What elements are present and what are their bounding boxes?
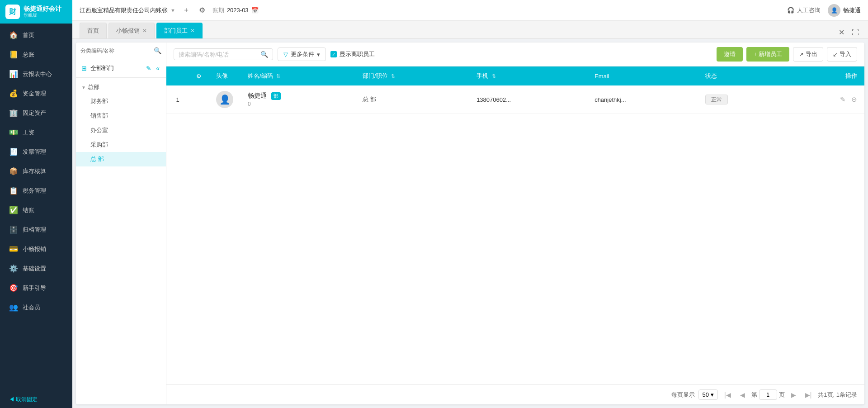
user-profile[interactable]: 👤 畅捷通 [828,4,861,17]
sidebar-item-guide[interactable]: 🎯 新手引导 [0,278,72,298]
add-employee-button[interactable]: + 新增员工 [746,47,789,62]
assets-icon: 🏢 [9,109,18,117]
period-label: 账期 [212,6,224,14]
first-page-button[interactable]: |◀ [722,390,734,399]
dept-search-icon[interactable]: 🔍 [154,47,161,54]
col-email: Email [587,66,698,85]
prev-page-button[interactable]: ◀ [737,390,748,399]
dept-head-badge: 部 [271,92,281,100]
page-size-select[interactable]: 50 ▾ [698,389,718,400]
sidebar-item-inventory[interactable]: 📦 库存核算 [0,161,72,181]
tab-expense[interactable]: 小畅报销 ✕ [108,23,155,38]
filter-button[interactable]: ▽ 更多条件 ▾ [278,47,326,61]
calendar-icon[interactable]: 📅 [251,7,259,14]
import-icon: ↙ [833,51,838,58]
dept-item-label: 财务部 [90,98,108,104]
sidebar-nav: 🏠 首页 📒 总账 📊 云报表中心 💰 资金管理 🏢 固定资产 💵 工资 🧾 发… [0,24,72,391]
unpin-label: ◀ 取消固定 [9,396,38,403]
show-resigned-checkbox[interactable] [330,51,337,57]
next-page-button[interactable]: ▶ [788,390,799,399]
sidebar-item-salary[interactable]: 💵 工资 [0,123,72,142]
dept-header: ⊞ 全部部门 ✎ « [76,59,166,78]
sidebar-item-ledger[interactable]: 📒 总账 [0,45,72,64]
logout-button[interactable]: ⊖ [851,95,857,104]
all-dept-label: 全部部门 [90,64,114,72]
sidebar-item-home[interactable]: 🏠 首页 [0,25,72,45]
col-name[interactable]: 姓名/编码 ⇅ [241,66,355,85]
sort-icon: ⇅ [276,73,280,79]
sort-icon: ⇅ [492,73,496,79]
company-dropdown-icon: ▼ [170,8,175,13]
sidebar-item-expense[interactable]: 💳 小畅报销 [0,239,72,259]
app-logo[interactable]: 财 畅捷通好会计 旗舰版 [0,0,72,24]
edit-button[interactable]: ✎ [840,95,846,104]
search-icon[interactable]: 🔍 [260,51,268,58]
dropdown-icon: ▾ [711,391,714,398]
main-content: 江西服宝精品有限责任公司内账张 ▼ ＋ ⚙ 账期 2023-03 📅 🎧 人工咨… [72,0,868,408]
sidebar-item-close[interactable]: ✅ 结账 [0,200,72,220]
row-phone: 138070602... [469,85,587,114]
sidebar-item-label: 小畅报销 [23,245,46,253]
page-size-value: 50 [703,391,709,398]
dept-edit-button[interactable]: ✎ [145,64,152,73]
col-settings[interactable]: ⚙ [189,66,209,85]
sidebar-item-assets[interactable]: 🏢 固定资产 [0,103,72,123]
headset-icon: 🎧 [787,7,794,14]
sidebar-item-archive[interactable]: 🗄️ 归档管理 [0,220,72,239]
tab-actions: ✕ ⛶ [837,26,861,38]
dept-group-header[interactable]: ▼ 总部 [76,81,166,94]
dept-item-label: 总 部 [90,156,104,162]
page-number-input[interactable] [759,389,777,400]
dept-search-input[interactable] [80,47,151,54]
company-selector[interactable]: 江西服宝精品有限责任公司内账张 ▼ [80,6,175,14]
dept-item-purchase[interactable]: 采购部 [76,138,166,152]
employee-search-input[interactable] [179,51,258,58]
dept-item-office[interactable]: 办公室 [76,123,166,138]
page-size-label: 每页显示 [671,391,695,399]
unpin-button[interactable]: ◀ 取消固定 [0,391,72,408]
avatar: 👤 [828,4,840,17]
tab-home[interactable]: 首页 [80,23,107,38]
sidebar-item-settings[interactable]: ⚙️ 基础设置 [0,259,72,278]
row-email: chanjethkj... [587,85,698,114]
tab-close-icon[interactable]: ✕ [142,28,147,34]
import-button[interactable]: ↙ 导入 [827,47,857,62]
service-button[interactable]: 🎧 人工咨询 [787,6,821,14]
sidebar-item-label: 基础设置 [23,265,46,273]
col-dept[interactable]: 部门/职位 ⇅ [355,66,469,85]
sidebar-item-label: 税务管理 [23,187,46,195]
dept-header-actions: ✎ « [145,64,160,73]
tab-close-window-button[interactable]: ✕ [837,26,846,38]
dept-item-label: 采购部 [90,141,108,148]
last-page-button[interactable]: ▶| [802,390,815,399]
sidebar-item-invoice[interactable]: 🧾 发票管理 [0,142,72,161]
sidebar-item-funds[interactable]: 💰 资金管理 [0,84,72,103]
sidebar-item-social[interactable]: 👥 社会员 [0,298,72,317]
toolbar: 🔍 ▽ 更多条件 ▾ 显示离职员工 邀请 + 新增员工 [166,43,864,66]
export-button[interactable]: ↗ 导出 [793,47,823,62]
tab-maximize-button[interactable]: ⛶ [850,27,861,38]
add-company-button[interactable]: ＋ [181,4,192,17]
page-content: 🔍 ⊞ 全部部门 ✎ « ▼ 总部 [76,43,864,404]
period-selector[interactable]: 账期 2023-03 📅 [212,6,259,14]
dept-item-sales[interactable]: 销售部 [76,109,166,123]
sidebar-item-label: 归档管理 [23,226,46,234]
invite-button[interactable]: 邀请 [717,47,743,62]
col-phone[interactable]: 手机 ⇅ [469,66,587,85]
dept-item-hq[interactable]: 总 部 [76,152,166,166]
company-settings-button[interactable]: ⚙ [197,4,207,16]
all-dept-label-group[interactable]: ⊞ 全部部门 [81,64,114,72]
tab-close-icon[interactable]: ✕ [190,28,195,34]
row-settings [189,85,209,114]
row-name-code: 畅捷通 部 0 [241,85,355,114]
employee-name: 畅捷通 [248,92,267,100]
dept-collapse-button[interactable]: « [155,64,160,73]
sidebar: 财 畅捷通好会计 旗舰版 🏠 首页 📒 总账 📊 云报表中心 💰 资金管理 🏢 … [0,0,72,408]
archive-icon: 🗄️ [9,225,18,234]
dept-item-finance[interactable]: 财务部 [76,94,166,109]
sidebar-item-tax[interactable]: 📋 税务管理 [0,181,72,200]
sidebar-item-reports[interactable]: 📊 云报表中心 [0,64,72,84]
row-avatar: 👤 [209,85,241,114]
avatar: 👤 [216,91,233,108]
tab-employees[interactable]: 部门员工 ✕ [156,23,203,38]
